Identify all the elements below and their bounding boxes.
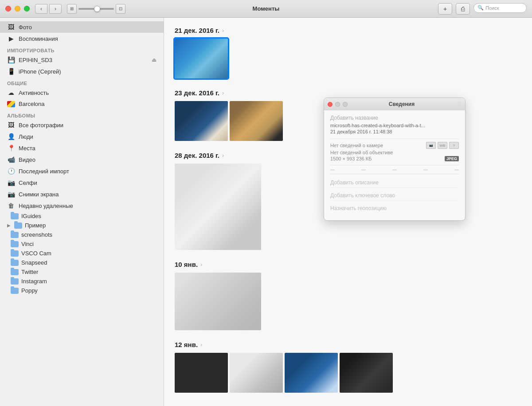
photo-thumb[interactable]	[175, 39, 228, 78]
photo-thumb[interactable]	[285, 353, 338, 393]
sidebar-item-label: Vinci	[21, 241, 34, 247]
sd-icon: 💾	[7, 56, 15, 63]
sidebar-item-label: Селфи	[19, 180, 37, 186]
content-area: 21 дек. 2016 г. › 23 дек. 2016 г. › 28 д…	[164, 18, 532, 406]
window-title: Моменты	[253, 5, 280, 12]
sidebar-item-epihin[interactable]: 💾 EPIHIN_SD3 ⏏	[0, 54, 164, 66]
places-icon: 📍	[7, 144, 15, 152]
photo-thumb[interactable]	[175, 164, 261, 250]
sidebar-item-people[interactable]: 👤 Люди	[0, 131, 164, 142]
sidebar-item-twitter[interactable]: Twitter	[0, 267, 164, 277]
divider-1	[330, 139, 459, 139]
zoom-control: ⊞ ⊡	[67, 4, 125, 14]
maximize-button[interactable]	[24, 6, 30, 12]
sidebar-item-screenshots2[interactable]: screenshots	[0, 230, 164, 239]
moment-header-5: 12 янв. ›	[175, 341, 521, 348]
photo-thumb[interactable]	[230, 101, 283, 141]
info-date: 21 декабря 2016 г. 11:48:38	[330, 129, 459, 134]
photo-thumb[interactable]	[175, 353, 228, 393]
share-button[interactable]: ⎙	[456, 3, 470, 15]
sidebar-item-label: Poppy	[21, 287, 38, 294]
info-traffic	[328, 102, 348, 107]
people-icon: 👤	[7, 133, 15, 140]
moment-date-5: 12 янв.	[175, 341, 198, 348]
sidebar-item-recently-deleted[interactable]: 🗑 Недавно удаленные	[0, 200, 164, 211]
info-add-title-placeholder[interactable]: Добавить название	[330, 115, 459, 121]
eject-icon[interactable]: ⏏	[152, 57, 156, 63]
sidebar-item-snapseed[interactable]: Snapseed	[0, 258, 164, 267]
sidebar-item-label: Люди	[19, 133, 33, 140]
sidebar-item-label: Последний импорт	[19, 168, 69, 175]
add-description[interactable]: Добавить описание	[330, 178, 459, 188]
sidebar-item-label: Недавно удаленные	[19, 203, 73, 209]
sidebar-item-iphone[interactable]: 📱 iPhone (Сергей)	[0, 66, 164, 77]
close-button[interactable]	[5, 6, 11, 12]
sidebar-item-selfie[interactable]: 📷 Селфи	[0, 177, 164, 188]
camera-row: Нет сведений о камере 📷 WB ?	[330, 142, 459, 149]
zoom-thumb[interactable]	[94, 6, 100, 12]
trash-icon: 🗑	[7, 202, 15, 209]
sidebar-item-label: EPIHIN_SD3	[19, 57, 52, 63]
minimize-button[interactable]	[15, 6, 20, 12]
sidebar-item-barcelona[interactable]: Barcelona	[0, 98, 164, 109]
sidebar-item-video[interactable]: 📹 Видео	[0, 154, 164, 165]
info-min-button[interactable]	[335, 102, 340, 107]
info-body: Добавить название microsoft-has-created-…	[324, 110, 465, 220]
screenshots-icon: 📷	[7, 191, 15, 198]
sidebar-item-label: Видео	[19, 156, 35, 163]
expand-icon: ▶	[7, 223, 11, 228]
sidebar-item-label: Фото	[19, 24, 32, 31]
zoom-out-icon: ⊞	[67, 4, 77, 14]
back-button[interactable]: ‹	[35, 4, 47, 14]
info-close-button[interactable]	[328, 102, 332, 107]
sidebar-item-vinci[interactable]: Vinci	[0, 239, 164, 249]
memories-icon: ▶	[7, 35, 15, 42]
info-titlebar: Сведения ♡	[324, 98, 465, 110]
sidebar-item-photos[interactable]: 🖼 Фото	[0, 21, 164, 33]
folder-icon	[11, 250, 19, 257]
sidebar-item-places[interactable]: 📍 Места	[0, 142, 164, 154]
add-keyword[interactable]: Добавить ключевое слово	[330, 191, 459, 201]
moment-header-1: 21 дек. 2016 г. ›	[175, 27, 521, 34]
info-panel: Сведения ♡ Добавить название microsoft-h…	[324, 98, 466, 221]
folder-icon	[11, 278, 19, 285]
sidebar-item-label: Barcelona	[19, 101, 45, 107]
forward-button[interactable]: ›	[49, 4, 62, 14]
search-placeholder: Поиск	[485, 5, 499, 11]
sidebar-item-label: Воспоминания	[19, 35, 58, 42]
barcelona-flag-icon	[7, 101, 15, 107]
zoom-track[interactable]	[78, 8, 114, 10]
activity-icon: ☁	[7, 89, 15, 96]
add-button[interactable]: +	[438, 3, 452, 15]
moment-section-5: 12 янв. ›	[175, 341, 521, 393]
sidebar-item-screenshots[interactable]: 📷 Снимки экрана	[0, 188, 164, 200]
search-box[interactable]: 🔍 Поиск	[473, 3, 527, 13]
moment-date-2: 23 дек. 2016 г.	[175, 89, 219, 97]
sidebar-item-memories[interactable]: ▶ Воспоминания	[0, 33, 164, 44]
moment-date-4: 10 янв.	[175, 261, 198, 268]
sidebar-item-vsco[interactable]: VSCO Cam	[0, 249, 164, 258]
sidebar-item-activity[interactable]: ☁ Активность	[0, 87, 164, 98]
add-location[interactable]: Назначить геопозицию	[330, 203, 459, 213]
sidebar-item-all-photos[interactable]: 🖼 Все фотографии	[0, 119, 164, 131]
info-max-button[interactable]	[343, 102, 348, 107]
dot-4: —	[423, 167, 428, 172]
no-lens-text: Нет сведений об объективе	[330, 150, 459, 155]
sidebar-item-iguides[interactable]: IGuides	[0, 211, 164, 221]
sidebar-item-instagram[interactable]: Instagram	[0, 277, 164, 286]
photo-thumb[interactable]	[340, 353, 393, 393]
photo-thumb[interactable]	[230, 353, 283, 393]
photo-thumb[interactable]	[175, 273, 261, 330]
sidebar-item-label: IGuides	[21, 213, 41, 219]
photo-thumb[interactable]	[175, 101, 228, 141]
photo-grid-1	[175, 39, 521, 78]
sidebar-item-primer[interactable]: ▶ Пример	[0, 221, 164, 230]
heart-icon[interactable]: ♡	[456, 101, 462, 108]
sidebar-item-poppy[interactable]: Poppy	[0, 286, 164, 295]
moment-arrow-2: ›	[222, 90, 224, 96]
albums-header: Альбомы	[0, 109, 164, 119]
sidebar-item-last-import[interactable]: 🕐 Последний импорт	[0, 165, 164, 177]
titlebar: ‹ › ⊞ ⊡ Моменты + ⎙ 🔍 Поиск	[0, 0, 532, 18]
photos-icon: 🖼	[7, 23, 15, 31]
dot-5: —	[454, 167, 459, 172]
